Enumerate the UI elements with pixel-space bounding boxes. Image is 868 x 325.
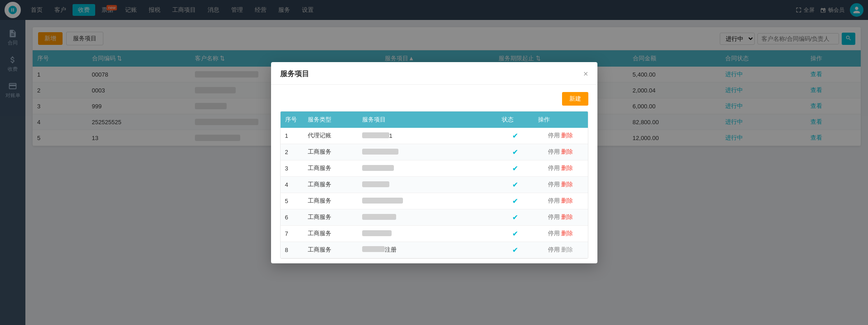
stop-button[interactable]: 停用 [548, 180, 560, 189]
modal-col-seq: 序号 [281, 112, 303, 128]
service-items-table: 序号 服务类型 服务项目 状态 操作 1 代理记账 1 ✔ 停用 [281, 112, 588, 258]
modal-title: 服务项目 [280, 69, 309, 79]
modal-header: 服务项目 × [271, 62, 597, 85]
stop-button[interactable]: 停用 [548, 246, 560, 254]
delete-button[interactable]: 删除 [561, 197, 573, 205]
delete-button[interactable]: 删除 [561, 213, 573, 221]
modal-col-op: 操作 [533, 112, 588, 128]
stop-button[interactable]: 停用 [548, 131, 560, 140]
delete-button[interactable]: 删除 [561, 246, 573, 254]
stop-button[interactable]: 停用 [548, 229, 560, 238]
modal-table-row: 3 工商服务 ✔ 停用 删除 [281, 160, 588, 176]
modal-table-row: 8 工商服务 注册 ✔ 停用 删除 [281, 242, 588, 258]
modal-new-button[interactable]: 新建 [562, 92, 588, 106]
stop-button[interactable]: 停用 [548, 213, 560, 221]
modal-table-row: 5 工商服务 ✔ 停用 删除 [281, 193, 588, 209]
modal-col-status: 状态 [497, 112, 533, 128]
stop-button[interactable]: 停用 [548, 164, 560, 172]
modal-body: 新建 序号 服务类型 服务项目 状态 操作 1 代理记账 [271, 85, 597, 263]
delete-button[interactable]: 删除 [561, 180, 573, 189]
modal-table-row: 4 工商服务 ✔ 停用 删除 [281, 176, 588, 193]
modal-table-wrap[interactable]: 序号 服务类型 服务项目 状态 操作 1 代理记账 1 ✔ 停用 [280, 111, 588, 259]
modal-table-row: 1 代理记账 1 ✔ 停用 删除 [281, 128, 588, 144]
modal-table-row: 6 工商服务 ✔ 停用 删除 [281, 209, 588, 225]
modal-col-item: 服务项目 [358, 112, 497, 128]
stop-button[interactable]: 停用 [548, 197, 560, 205]
service-items-modal: 服务项目 × 新建 序号 服务类型 服务项目 状态 操作 1 [271, 62, 597, 263]
delete-button[interactable]: 删除 [561, 148, 573, 156]
delete-button[interactable]: 删除 [561, 131, 573, 140]
modal-toolbar: 新建 [280, 92, 588, 106]
modal-close-button[interactable]: × [583, 70, 588, 78]
delete-button[interactable]: 删除 [561, 229, 573, 238]
modal-table-row: 2 工商服务 ✔ 停用 删除 [281, 144, 588, 160]
modal-col-type: 服务类型 [303, 112, 358, 128]
stop-button[interactable]: 停用 [548, 148, 560, 156]
delete-button[interactable]: 删除 [561, 164, 573, 172]
modal-table-row: 7 工商服务 ✔ 停用 删除 [281, 225, 588, 242]
